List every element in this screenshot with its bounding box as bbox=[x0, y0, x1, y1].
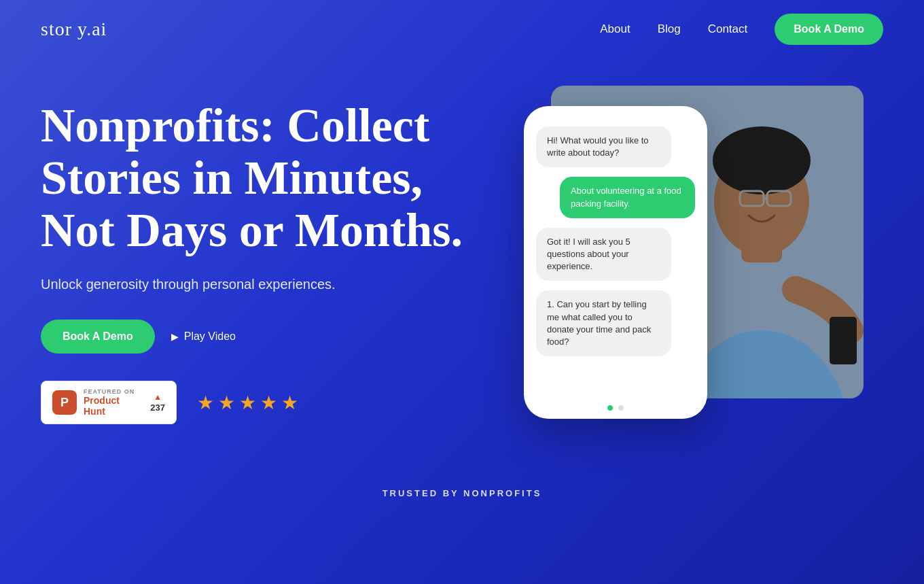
ph-name: Product Hunt bbox=[84, 395, 143, 417]
play-icon: ▶ bbox=[171, 331, 179, 342]
phone-bottom bbox=[524, 397, 707, 419]
hero-left: Nonprofits: Collect Stories in Minutes, … bbox=[41, 86, 504, 424]
nav-book-demo-button[interactable]: Book A Demo bbox=[775, 14, 883, 45]
chat-message-3: Got it! I will ask you 5 questions about… bbox=[536, 228, 671, 281]
product-hunt-badge[interactable]: P FEATURED ON Product Hunt ▲ 237 bbox=[41, 381, 177, 424]
ph-featured-label: FEATURED ON bbox=[84, 388, 143, 395]
navbar: stor y.ai About Blog Contact Book A Demo bbox=[0, 0, 924, 58]
nav-links: About Blog Contact Book A Demo bbox=[600, 14, 883, 45]
hero-subtitle: Unlock generosity through personal exper… bbox=[41, 277, 504, 292]
nav-link-contact[interactable]: Contact bbox=[708, 22, 748, 36]
phone-mockup: Hi! What would you like to write about t… bbox=[524, 106, 707, 419]
dot-inactive bbox=[618, 405, 624, 411]
dot-active bbox=[607, 405, 613, 411]
product-hunt-text: FEATURED ON Product Hunt bbox=[84, 388, 143, 417]
star-1: ★ bbox=[197, 392, 214, 414]
nav-link-blog[interactable]: Blog bbox=[658, 22, 681, 36]
product-hunt-logo: P bbox=[52, 390, 77, 415]
ph-votes: ▲ 237 bbox=[150, 392, 165, 413]
logo: stor y.ai bbox=[41, 18, 107, 40]
star-4: ★ bbox=[260, 392, 277, 414]
trusted-section: TRUSTED BY NONPROFITS bbox=[0, 473, 924, 506]
hero-book-demo-button[interactable]: Book A Demo bbox=[41, 320, 155, 354]
hero-section: Nonprofits: Collect Stories in Minutes, … bbox=[0, 58, 924, 473]
hero-right: Hi! What would you like to write about t… bbox=[504, 86, 883, 432]
star-rating: ★ ★ ★ ★ ★ bbox=[197, 392, 298, 414]
nav-link-about[interactable]: About bbox=[600, 22, 630, 36]
play-video-label: Play Video bbox=[184, 330, 236, 343]
svg-point-4 bbox=[713, 126, 811, 194]
trusted-label: TRUSTED BY NONPROFITS bbox=[383, 488, 542, 498]
chat-message-4: 1. Can you start by telling me what call… bbox=[536, 290, 671, 356]
ph-arrow-icon: ▲ bbox=[154, 392, 162, 402]
play-video-link[interactable]: ▶ Play Video bbox=[171, 330, 236, 343]
ph-vote-count: 237 bbox=[150, 402, 165, 413]
star-2: ★ bbox=[218, 392, 235, 414]
svg-rect-8 bbox=[830, 317, 857, 364]
star-5: ★ bbox=[281, 392, 298, 414]
phone-screen: Hi! What would you like to write about t… bbox=[524, 106, 707, 397]
phone-container: Hi! What would you like to write about t… bbox=[524, 86, 864, 432]
chat-message-2: About volunteering at a food packing fac… bbox=[560, 177, 695, 218]
hero-title: Nonprofits: Collect Stories in Minutes, … bbox=[41, 99, 504, 256]
badges-row: P FEATURED ON Product Hunt ▲ 237 ★ ★ ★ ★… bbox=[41, 381, 504, 424]
hero-actions: Book A Demo ▶ Play Video bbox=[41, 320, 504, 354]
star-3: ★ bbox=[239, 392, 256, 414]
chat-message-1: Hi! What would you like to write about t… bbox=[536, 126, 671, 167]
